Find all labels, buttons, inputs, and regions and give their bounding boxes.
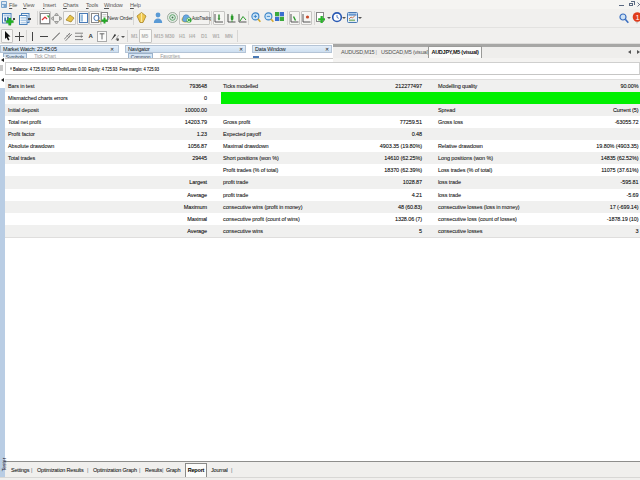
svg-text:1: 1 bbox=[635, 13, 639, 22]
